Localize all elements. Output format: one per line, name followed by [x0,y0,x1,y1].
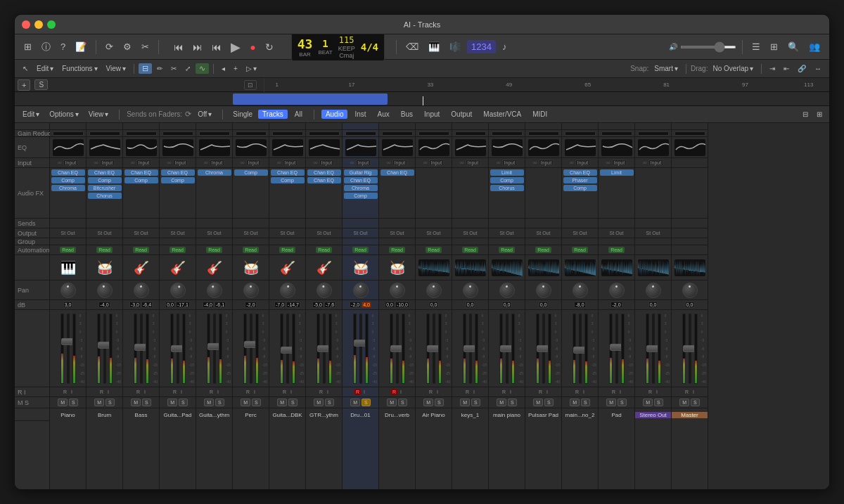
fx-slot[interactable]: Chan EQ [307,169,341,176]
fader-row[interactable]: 6 3 0 -3 -6 -9 -15 -25 -40 [379,310,415,387]
channel-strip[interactable]: ∞InputChan EQCompSt OutRead🎸 -3,0 -6,4 6… [123,123,160,489]
channel-label-row[interactable]: keys_1 [452,408,488,421]
solo-btn[interactable]: S [362,399,371,406]
delete-btn[interactable]: ⌫ [402,40,422,53]
i-btn[interactable]: I [252,389,257,395]
i-btn[interactable]: I [545,389,549,395]
eq-display[interactable] [525,137,561,158]
add-track-btn[interactable]: + [18,79,30,91]
minimize-button[interactable] [34,20,43,29]
channel-label-row[interactable]: Bass [123,408,159,421]
solo-btn[interactable]: S [215,399,224,406]
grid-view-btn[interactable]: ⊞ [767,40,781,53]
automation-row[interactable]: Read [343,245,378,255]
eq-display[interactable] [379,137,415,158]
fader-row[interactable]: 6 3 0 -3 -6 -9 -15 -25 -40 [525,310,561,387]
link-btn[interactable]: 🔗 [794,64,810,73]
automation-row[interactable]: Read [599,245,634,255]
r-btn[interactable]: R [318,389,324,395]
mute-btn[interactable]: M [131,399,141,406]
eq-display[interactable] [123,137,159,158]
eq-display[interactable] [416,137,452,158]
solo-btn[interactable]: S [179,399,188,406]
r-btn[interactable]: R [428,389,434,395]
mute-btn[interactable]: M [241,399,250,406]
arrow-dropdown[interactable]: ▷ ▾ [243,64,260,73]
eq-display[interactable] [599,137,634,158]
channel-label-row[interactable]: Piano [50,408,86,421]
r-btn[interactable]: R [391,389,397,395]
score-btn[interactable]: 🎼 [446,40,464,53]
channel-strip[interactable]: ∞InputLimitSt OutRead -2,0 6 3 [599,123,635,489]
tuner-btn[interactable]: ♪ [499,40,511,53]
channel-strip[interactable]: ∞InputChan EQCompBitcrusherChorusSt OutR… [87,123,123,489]
i-btn[interactable]: I [106,389,110,395]
fx-slot[interactable]: Comp [234,169,268,176]
fx-slot[interactable]: Chan EQ [271,169,305,176]
fx-slot[interactable]: Chan EQ [563,169,597,176]
fx-slot[interactable]: Chan EQ [51,169,85,176]
aux-tab[interactable]: Aux [373,110,394,119]
fx-slot[interactable]: Phaser [563,177,597,183]
solo-btn[interactable]: S [581,399,590,406]
channel-label-row[interactable]: Stereo Out [635,408,671,421]
mixer-view-dropdown[interactable]: View ▾ [85,110,113,119]
fx-slot[interactable]: Comp [563,185,597,191]
i-btn[interactable]: I [399,389,403,395]
info-btn[interactable]: ⓘ [38,39,54,55]
channel-label-row[interactable]: Guita...Pad [160,408,196,421]
fader-row[interactable]: 6 3 0 -3 -6 -9 -15 -25 -40 [160,310,196,387]
mute-btn[interactable]: M [387,399,397,406]
channel-label-row[interactable]: Perc [233,408,269,421]
zoom-btn[interactable]: ↔ [811,64,825,73]
automation-row[interactable] [672,245,708,255]
eq-display[interactable] [343,137,378,158]
fader-row[interactable]: 6 3 0 -3 -6 -9 -15 -25 -40 [269,310,305,387]
volume-slider[interactable] [680,46,736,49]
pan-knob-row[interactable] [269,280,305,300]
tracks-tab[interactable]: Tracks [258,110,288,119]
fader-row[interactable]: 6 3 0 -3 -6 -9 -15 -25 -40 [635,310,671,387]
track-view-btn[interactable]: ⊟ [139,63,152,74]
fast-forward-btn[interactable]: ⏭ [189,39,206,55]
automation-row[interactable]: Read [489,245,525,255]
mixer-grid-btn[interactable]: ⊟ [800,110,811,119]
midi-tab[interactable]: MIDI [528,110,551,119]
fx-slot[interactable]: Comp [490,177,524,183]
channel-label-row[interactable]: Brum [87,408,122,421]
r-btn[interactable]: R [245,389,251,395]
solo-btn[interactable]: S [142,399,151,406]
r-btn[interactable]: R [610,389,617,395]
pan-knob-row[interactable] [50,280,86,300]
snap-dropdown[interactable]: Smart ▾ [651,64,682,73]
channel-strip[interactable]: 0,0 6 3 0 -3 -6 -9 -15 [672,123,708,489]
pan-knob-row[interactable] [489,280,525,300]
channel-label-row[interactable]: Dru...01 [343,408,378,421]
pencil-btn[interactable]: ✏ [153,64,166,73]
pan-knob-row[interactable] [635,280,671,300]
channel-strip[interactable]: ∞InputChan EQCompSt OutRead🎸 -7,0 -14,7 … [269,123,306,489]
i-btn[interactable]: I [509,389,513,395]
scissors-btn[interactable]: ✂ [138,40,153,53]
i-btn[interactable]: I [691,389,696,395]
automation-row[interactable]: Read [306,245,342,255]
fx-slot[interactable]: Comp [124,177,158,183]
automation-row[interactable]: Read [87,245,122,255]
channel-label-row[interactable]: Guita...ythm [196,408,232,421]
fader-row[interactable]: 6 3 0 -3 -6 -9 -15 -25 -40 [599,310,634,387]
i-btn[interactable]: I [143,389,147,395]
eq-display[interactable] [233,137,269,158]
automation-row[interactable]: Read [196,245,232,255]
channel-label-row[interactable]: Guita...DBK [269,408,305,421]
r-btn[interactable]: R [354,389,361,395]
solo-btn[interactable]: S [325,399,334,406]
i-btn[interactable]: I [326,389,330,395]
automation-row[interactable]: Read [50,245,86,255]
view-toggle-btn[interactable]: ⊞ [20,40,35,53]
pan-knob-row[interactable] [196,280,232,300]
fader-row[interactable]: 6 3 0 -3 -6 -9 -15 -25 -40 [489,310,525,387]
r-btn[interactable]: R [172,389,178,395]
solo-btn[interactable]: S [508,399,517,406]
functions-dropdown[interactable]: Functions ▾ [58,64,101,73]
mute-btn[interactable]: M [606,399,616,406]
